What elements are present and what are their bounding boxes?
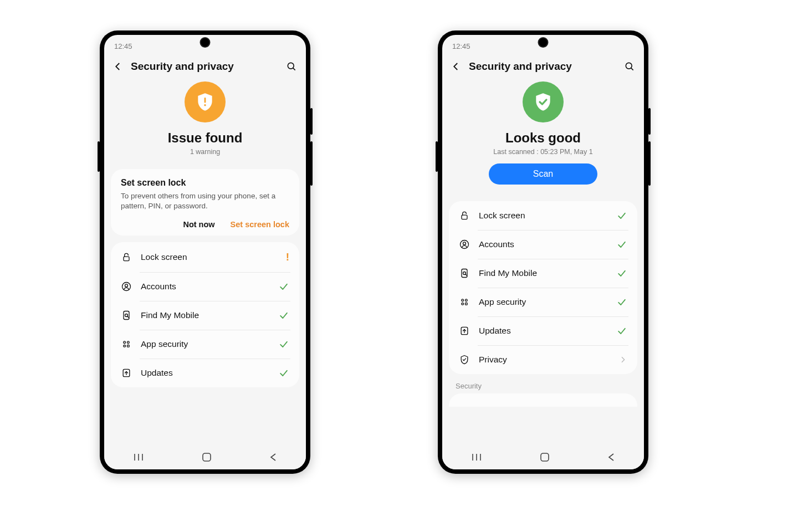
privacy-icon <box>459 354 470 365</box>
check-icon <box>616 210 627 221</box>
camera-cutout <box>538 37 549 48</box>
list-item-lock[interactable]: Lock screen! <box>111 242 299 272</box>
side-button <box>98 141 100 172</box>
svg-line-9 <box>127 316 129 318</box>
svg-point-0 <box>288 63 294 69</box>
nav-bar <box>104 445 306 469</box>
home-icon[interactable] <box>540 452 550 462</box>
list-item-label: Find My Mobile <box>141 310 278 320</box>
hero-title: Issue found <box>168 130 243 146</box>
check-icon <box>616 296 627 308</box>
svg-rect-4 <box>124 257 129 262</box>
svg-point-23 <box>461 241 469 249</box>
find-icon <box>459 268 470 279</box>
search-icon[interactable] <box>624 61 635 72</box>
page-title: Security and privacy <box>131 60 286 73</box>
list-item-find[interactable]: Find My Mobile <box>449 259 637 288</box>
svg-rect-7 <box>124 311 129 320</box>
svg-point-6 <box>125 284 128 287</box>
status-time: 12:45 <box>452 42 470 50</box>
shield-check-icon <box>523 81 564 122</box>
recents-icon[interactable] <box>133 453 144 462</box>
next-card-peek <box>449 393 637 407</box>
account-icon <box>459 239 470 250</box>
svg-point-11 <box>127 341 130 344</box>
security-list: Lock screen!AccountsFind My MobileApp se… <box>111 242 299 387</box>
lock-icon <box>459 210 470 221</box>
app-bar: Security and privacy <box>104 55 306 77</box>
svg-point-10 <box>124 341 126 344</box>
hero-subtitle: Last scanned : 05:23 PM, May 1 <box>493 148 592 156</box>
check-icon <box>278 281 289 292</box>
svg-rect-37 <box>541 453 549 461</box>
list-item-apps[interactable]: App security <box>449 288 637 316</box>
svg-point-5 <box>122 283 131 291</box>
back-icon[interactable] <box>451 62 461 71</box>
hero-title: Looks good <box>505 130 581 146</box>
check-icon <box>278 367 289 378</box>
phone-frame-right: 12:45 Security and privacy Looks good La… <box>438 30 648 474</box>
svg-line-21 <box>631 68 633 70</box>
svg-point-28 <box>462 299 464 301</box>
account-icon <box>121 281 132 292</box>
recents-icon[interactable] <box>471 453 482 462</box>
svg-line-1 <box>293 68 295 70</box>
list-item-update[interactable]: Updates <box>111 359 299 387</box>
svg-point-24 <box>463 242 466 245</box>
section-header-security: Security <box>442 374 644 391</box>
list-item-label: App security <box>479 297 616 307</box>
app-bar: Security and privacy <box>442 55 644 77</box>
update-icon <box>121 367 132 378</box>
check-icon <box>278 310 289 321</box>
nav-bar <box>442 445 644 469</box>
security-list: Lock screenAccountsFind My MobileApp sec… <box>449 201 637 374</box>
home-icon[interactable] <box>202 452 212 462</box>
card-title: Set screen lock <box>121 178 289 188</box>
list-item-label: Accounts <box>479 239 616 249</box>
list-item-apps[interactable]: App security <box>111 330 299 359</box>
list-item-account[interactable]: Accounts <box>111 272 299 301</box>
camera-cutout <box>200 37 211 48</box>
list-item-label: Lock screen <box>141 252 286 262</box>
svg-point-20 <box>626 63 632 69</box>
not-now-button[interactable]: Not now <box>183 220 214 229</box>
scan-button[interactable]: Scan <box>489 163 597 185</box>
list-item-label: Updates <box>479 326 616 336</box>
svg-rect-13 <box>127 345 130 347</box>
warning-icon: ! <box>286 251 289 263</box>
list-item-label: Find My Mobile <box>479 268 616 278</box>
svg-point-30 <box>462 303 464 305</box>
hero-subtitle: 1 warning <box>190 148 220 156</box>
list-item-label: Updates <box>141 368 278 378</box>
back-nav-icon[interactable] <box>607 453 615 462</box>
apps-icon <box>121 339 132 350</box>
find-icon <box>121 310 132 321</box>
list-item-account[interactable]: Accounts <box>449 230 637 259</box>
list-item-update[interactable]: Updates <box>449 316 637 345</box>
list-item-lock[interactable]: Lock screen <box>449 201 637 230</box>
back-icon[interactable] <box>113 62 123 71</box>
screen-left: 12:45 Security and privacy Issue found 1… <box>104 35 306 469</box>
security-hero: Looks good Last scanned : 05:23 PM, May … <box>442 77 644 191</box>
list-item-label: Privacy <box>479 355 618 365</box>
side-button <box>310 141 313 186</box>
shield-warning-icon <box>185 81 226 122</box>
list-item-privacy[interactable]: Privacy <box>449 345 637 374</box>
side-button <box>310 108 313 135</box>
check-icon <box>616 239 627 250</box>
apps-icon <box>459 296 470 308</box>
search-icon[interactable] <box>286 61 297 72</box>
list-item-find[interactable]: Find My Mobile <box>111 301 299 330</box>
back-nav-icon[interactable] <box>269 453 277 462</box>
list-item-label: App security <box>141 339 278 349</box>
set-screen-lock-button[interactable]: Set screen lock <box>231 220 289 229</box>
check-icon <box>616 325 627 336</box>
chevron-right-icon <box>618 355 627 364</box>
svg-line-27 <box>466 274 467 275</box>
list-item-label: Lock screen <box>479 211 616 221</box>
svg-point-29 <box>466 299 468 301</box>
svg-rect-25 <box>462 269 467 278</box>
svg-rect-2 <box>204 98 206 103</box>
side-button <box>648 141 651 186</box>
page-title: Security and privacy <box>469 60 624 73</box>
